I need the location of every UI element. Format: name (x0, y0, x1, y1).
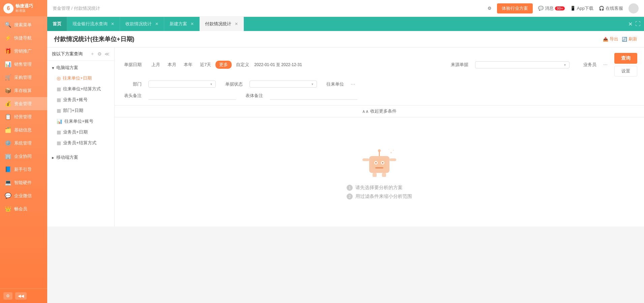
partner-select-button[interactable]: ··· (351, 81, 355, 87)
scheme-item-label: 往来单位+日期 (63, 75, 92, 81)
sidebar-item-wechat[interactable]: 💬 企业微信 (0, 189, 47, 202)
sidebar-item-label: 营销推广 (14, 48, 32, 54)
add-scheme-button[interactable]: ＋ (90, 51, 95, 57)
user-avatar[interactable] (628, 3, 639, 13)
scheme-item-salesperson-date[interactable]: ▦ 业务员+日期 (47, 127, 114, 138)
sidebar-item-member[interactable]: 👑 畅会员 (0, 202, 47, 215)
mobile-group-label: 移动端方案 (56, 154, 110, 160)
filter-row-2: 部门 ▾ 单据状态 ▾ 往来单位 ··· (121, 81, 637, 88)
scheme-icon: ▦ (57, 86, 61, 92)
desktop-group-header[interactable]: ▾ 电脑端方案 (47, 63, 114, 73)
industry-plan-button[interactable]: 体验行业方案 (497, 3, 533, 13)
sidebar-settings-button[interactable]: ⚙ (3, 292, 12, 300)
app-download-button[interactable]: 📱 App下载 (570, 5, 593, 11)
salesperson-select-button[interactable]: ··· (603, 62, 608, 68)
sidebar-item-hardware[interactable]: 💻 智能硬件 (0, 176, 47, 189)
sidebar-item-search[interactable]: 🔍 搜索菜单 (0, 18, 47, 31)
sidebar-item-enterprise[interactable]: 🏢 企业协同 (0, 150, 47, 163)
date-pill-7days[interactable]: 近7天 (197, 61, 214, 69)
svg-rect-10 (389, 158, 396, 161)
collapse-panel-button[interactable]: ≪ (105, 51, 110, 57)
refresh-button[interactable]: 🔄 刷新 (622, 36, 637, 42)
date-pill-more[interactable]: 更多 (215, 61, 232, 69)
date-pill-custom[interactable]: 自定义 (233, 61, 252, 69)
chevron-down-icon: ▾ (52, 65, 54, 70)
tabbar-right: ✕ ⛶ (625, 17, 644, 31)
source-select[interactable]: ▾ (475, 61, 569, 68)
sidebar-item-basic[interactable]: 🗂️ 基础信息 (0, 123, 47, 137)
message-icon: 💬 (538, 6, 544, 11)
mobile-group-header[interactable]: ▸ 移动端方案 (47, 152, 114, 162)
collapse-conditions-button[interactable]: ∧∧ 收起更多条件 (362, 108, 397, 114)
sidebar-item-label: 快捷导航 (14, 35, 32, 41)
dept-select[interactable]: ▾ (148, 81, 216, 88)
empty-tip-1: 1 请先选择要分析的方案 (347, 185, 412, 191)
scheme-settings-button[interactable]: ⚙ (97, 51, 102, 57)
right-panel: 单据日期 上月 本月 本年 近7天 更多 自定义 2022-01-01 至 20… (115, 48, 644, 226)
export-icon: 📤 (603, 37, 608, 42)
settings-icon: ⚙ (488, 6, 492, 11)
sidebar-item-finance[interactable]: 💰 资金管理 (0, 97, 47, 110)
sidebar-menu: 🔍 搜索菜单 ⚡ 快捷导航 🎁 营销推广 📊 销售管理 🛒 采购管理 📦 库存核… (0, 17, 47, 289)
online-service-button[interactable]: 🎧 在线客服 (599, 5, 623, 11)
tab-cashflow-label: 现金银行流水查询 (72, 21, 108, 27)
tab-cashflow[interactable]: 现金银行流水查询 ✕ (67, 17, 120, 31)
scheme-item-dept-date[interactable]: ▦ 部门+日期 (47, 105, 114, 116)
scheme-item-salesperson-account[interactable]: ▦ 业务员+账号 (47, 94, 114, 105)
sidebar-item-marketing[interactable]: 🎁 营销推广 (0, 44, 47, 58)
tab-payment-close[interactable]: ✕ (235, 22, 238, 26)
status-select[interactable]: ▾ (250, 81, 317, 88)
date-pill-last-month[interactable]: 上月 (148, 61, 163, 69)
body-note-input[interactable] (270, 92, 357, 100)
tab-newplan-close[interactable]: ✕ (191, 22, 194, 26)
date-label: 单据日期 (121, 62, 142, 68)
tab-newplan[interactable]: 新建方案 ✕ (164, 17, 200, 31)
topbar-settings-button[interactable]: ⚙ (488, 6, 492, 11)
desktop-scheme-group: ▾ 电脑端方案 ◎ 往来单位+日期 ▦ 往来单位+结算方式 ▦ 业务员+账号 (47, 61, 114, 150)
sidebar-item-sales[interactable]: 📊 销售管理 (0, 58, 47, 71)
scheme-item-label: 往来单位+账号 (64, 118, 93, 124)
scheme-item-salesperson-settle[interactable]: ▦ 业务员+结算方式 (47, 138, 114, 148)
sidebar-collapse-button[interactable]: ◀◀ (15, 292, 27, 300)
sidebar-item-guide[interactable]: 📘 新手引导 (0, 163, 47, 176)
service-icon: 🎧 (599, 6, 604, 11)
sidebar-item-label: 基础信息 (14, 127, 32, 133)
tab-receivable[interactable]: 收款情况统计 ✕ (120, 17, 164, 31)
left-panel-header: 按以下方案查询 ＋ ⚙ ≪ (47, 48, 114, 61)
tab-expand-button[interactable]: ⛶ (635, 21, 641, 27)
scheme-item-partner-settle[interactable]: ▦ 往来单位+结算方式 (47, 84, 114, 94)
chevron-down-icon: ▾ (564, 63, 566, 67)
svg-rect-1 (372, 158, 387, 169)
tip-text-2: 用过滤条件来缩小分析范围 (355, 193, 412, 200)
query-button[interactable]: 查询 (614, 53, 637, 64)
sidebar-item-quicknav[interactable]: ⚡ 快捷导航 (0, 31, 47, 44)
empty-state: 1 请先选择要分析的方案 2 用过滤条件来缩小分析范围 (115, 117, 644, 226)
header-note-label: 表头备注 (121, 93, 142, 99)
date-pills: 上月 本月 本年 近7天 更多 自定义 (148, 61, 252, 69)
scheme-item-partner-account[interactable]: 📊 往来单位+账号 (47, 116, 114, 127)
sidebar-item-label: 资金管理 (14, 101, 32, 107)
sidebar-item-system[interactable]: ⚙️ 系统管理 (0, 137, 47, 150)
page-header-actions: 📤 导出 🔄 刷新 (603, 36, 637, 42)
export-button[interactable]: 📤 导出 (603, 36, 618, 42)
messages-button[interactable]: 💬 消息 99+ (538, 5, 565, 11)
tab-receivable-close[interactable]: ✕ (155, 22, 158, 26)
svg-point-4 (375, 162, 377, 163)
tab-cashflow-close[interactable]: ✕ (111, 22, 114, 26)
sidebar-item-purchase[interactable]: 🛒 采购管理 (0, 71, 47, 84)
tab-home[interactable]: 首页 (47, 17, 67, 31)
date-pill-this-month[interactable]: 本月 (165, 61, 179, 69)
settings-button[interactable]: 设置 (614, 66, 637, 77)
scheme-item-partner-date[interactable]: ◎ 往来单位+日期 (47, 73, 114, 84)
tip-number-1: 1 (347, 185, 353, 191)
date-control: 上月 本月 本年 近7天 更多 自定义 2022-01-01 至 2022-12… (148, 61, 441, 69)
date-pill-this-year[interactable]: 本年 (181, 61, 196, 69)
sidebar-item-operations[interactable]: 📋 经营管理 (0, 110, 47, 123)
tab-payment[interactable]: 付款情况统计 ✕ (200, 17, 244, 31)
flash-icon: ⚡ (5, 35, 11, 41)
tab-close-all-button[interactable]: ✕ (628, 21, 633, 27)
tip-number-2: 2 (347, 193, 353, 200)
sidebar-item-inventory[interactable]: 📦 库存核算 (0, 84, 47, 97)
messages-label: 消息 (545, 5, 554, 11)
header-note-input[interactable] (148, 92, 236, 100)
